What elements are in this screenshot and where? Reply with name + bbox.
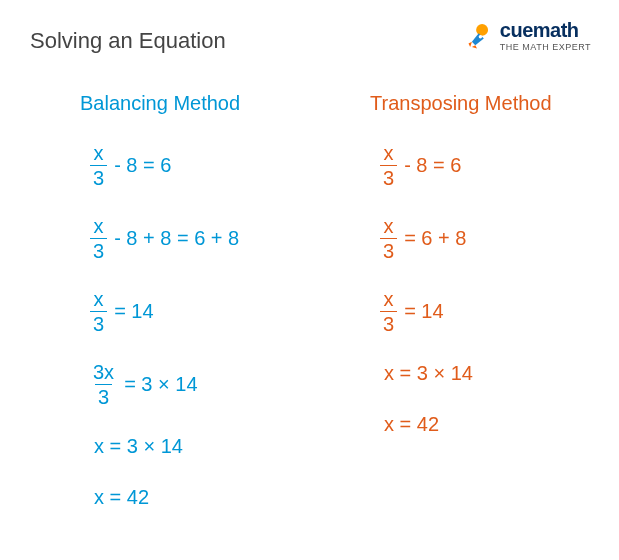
fraction: x 3 [380, 289, 397, 334]
fraction: x 3 [380, 216, 397, 261]
logo-subtitle: THE MATH EXPERT [500, 42, 591, 52]
fraction: x 3 [90, 216, 107, 261]
transposing-step-3: x 3 = 14 [370, 289, 552, 334]
balancing-header: Balancing Method [80, 92, 330, 115]
transposing-step-2: x 3 = 6 + 8 [370, 216, 552, 261]
fraction: x 3 [380, 143, 397, 188]
transposing-step-1: x 3 - 8 = 6 [370, 143, 552, 188]
balancing-step-5: x = 3 × 14 [80, 435, 330, 458]
logo: cuemath THE MATH EXPERT [460, 18, 591, 52]
transposing-header: Transposing Method [370, 92, 552, 115]
logo-brand: cuemath [500, 19, 591, 42]
content-columns: Balancing Method x 3 - 8 = 6 x 3 - 8 + 8… [30, 92, 589, 537]
fraction: x 3 [90, 289, 107, 334]
balancing-column: Balancing Method x 3 - 8 = 6 x 3 - 8 + 8… [80, 92, 330, 537]
fraction: 3x 3 [90, 362, 117, 407]
transposing-step-5: x = 42 [370, 413, 552, 436]
fraction: x 3 [90, 143, 107, 188]
balancing-step-6: x = 42 [80, 486, 330, 509]
balancing-step-2: x 3 - 8 + 8 = 6 + 8 [80, 216, 330, 261]
transposing-column: Transposing Method x 3 - 8 = 6 x 3 = 6 +… [370, 92, 552, 537]
svg-point-0 [476, 24, 488, 36]
svg-point-1 [479, 35, 482, 38]
balancing-step-3: x 3 = 14 [80, 289, 330, 334]
balancing-step-1: x 3 - 8 = 6 [80, 143, 330, 188]
balancing-step-4: 3x 3 = 3 × 14 [80, 362, 330, 407]
transposing-step-4: x = 3 × 14 [370, 362, 552, 385]
rocket-icon [460, 18, 494, 52]
